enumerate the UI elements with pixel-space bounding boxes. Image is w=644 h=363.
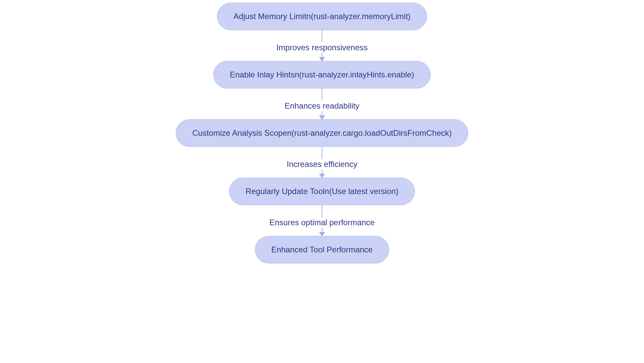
edge-label: Improves responsiveness	[276, 42, 368, 53]
node-label: Adjust Memory Limitn(rust-analyzer.memor…	[233, 12, 411, 21]
edge-label: Increases efficiency	[287, 159, 357, 170]
node-label: Customize Analysis Scopen(rust-analyzer.…	[192, 128, 452, 137]
node-label: Enable Inlay Hintsn(rust-analyzer.inlayH…	[230, 70, 414, 79]
flowchart: Adjust Memory Limitn(rust-analyzer.memor…	[138, 3, 506, 263]
edge-line	[322, 88, 322, 101]
arrowhead-icon	[319, 115, 325, 120]
node-regularly-update-tool: Regularly Update Tooln(Use latest versio…	[229, 178, 415, 205]
arrowhead-icon	[319, 57, 325, 62]
node-enhanced-tool-performance: Enhanced Tool Performance	[255, 236, 389, 263]
edge-line	[322, 205, 322, 217]
edge-ensures-optimal-performance: Ensures optimal performance	[269, 205, 374, 236]
arrowhead-icon	[319, 174, 325, 178]
edge-line	[322, 147, 322, 159]
edge-line	[322, 170, 322, 178]
edge-line	[322, 53, 322, 61]
edge-enhances-readability: Enhances readability	[285, 88, 360, 119]
edge-label: Enhances readability	[285, 101, 360, 111]
node-enable-inlay-hints: Enable Inlay Hintsn(rust-analyzer.inlayH…	[213, 61, 431, 88]
node-adjust-memory: Adjust Memory Limitn(rust-analyzer.memor…	[217, 3, 427, 30]
edge-line	[322, 111, 322, 119]
arrowhead-icon	[319, 232, 325, 237]
edge-increases-efficiency: Increases efficiency	[287, 147, 357, 178]
edge-line	[322, 228, 322, 236]
node-label: Enhanced Tool Performance	[271, 245, 373, 254]
node-customize-analysis-scope: Customize Analysis Scopen(rust-analyzer.…	[176, 119, 468, 147]
edge-label: Ensures optimal performance	[269, 217, 374, 228]
edge-improves-responsiveness: Improves responsiveness	[276, 30, 368, 61]
node-label: Regularly Update Tooln(Use latest versio…	[246, 187, 398, 196]
edge-line	[322, 30, 322, 42]
